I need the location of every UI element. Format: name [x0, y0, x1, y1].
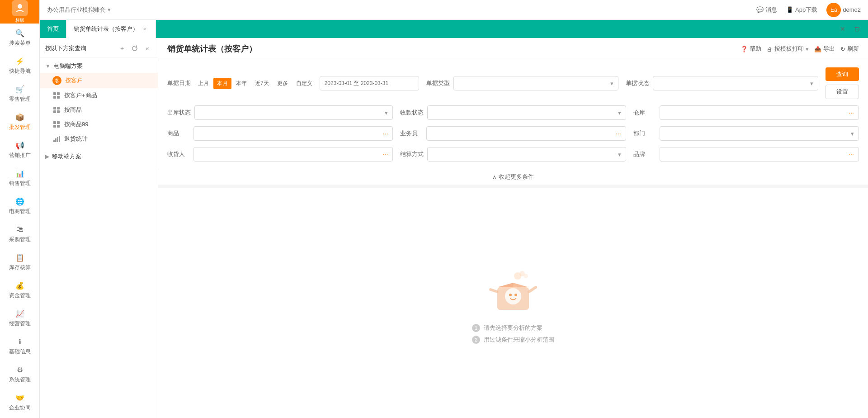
- avatar: Ea: [826, 3, 841, 17]
- refresh-scheme-btn[interactable]: [130, 43, 140, 53]
- company-dropdown[interactable]: 办公用品行业模拟账套 ▾: [47, 6, 111, 14]
- bill-type-select[interactable]: ▾: [453, 76, 619, 90]
- sidebar-item-ecommerce[interactable]: 🌐 电商管理: [0, 192, 39, 220]
- top-header: 办公用品行业模拟账套 ▾ 💬 消息 📱 App下载 Ea demo2: [40, 0, 868, 20]
- receipt-status-select[interactable]: ▾: [427, 105, 626, 120]
- print-chevron-icon: ▾: [806, 46, 809, 52]
- tab-close-all-btn[interactable]: ✕: [837, 24, 848, 34]
- download-icon: 📱: [786, 6, 793, 13]
- sidebar-item-inventory[interactable]: 📋 库存核算: [0, 248, 39, 276]
- date-tab-this-year[interactable]: 本年: [232, 78, 250, 89]
- dept-item: 部门 ▾: [633, 126, 859, 141]
- sidebar-item-sales[interactable]: 📊 销售管理: [0, 164, 39, 192]
- warehouse-input[interactable]: ···: [660, 105, 859, 120]
- sales-icon: 📊: [15, 168, 25, 178]
- bill-status-label: 单据状态: [626, 79, 649, 87]
- bill-status-item: 单据状态 ▾: [626, 76, 818, 90]
- tab-sales-stat[interactable]: 销货单统计表（按客户） ×: [66, 20, 156, 38]
- date-range-input[interactable]: 2023-03-01 至 2023-03-31: [320, 76, 419, 90]
- scheme-icon-4: [52, 135, 61, 143]
- mobile-scheme-group: ▶ 移动端方案: [40, 148, 158, 165]
- dept-select[interactable]: ▾: [660, 126, 859, 141]
- bill-type-item: 单据类型 ▾: [426, 76, 619, 90]
- dept-label: 部门: [633, 129, 656, 138]
- tab-restore-btn[interactable]: ⊡: [852, 24, 863, 34]
- help-btn[interactable]: ❓ 帮助: [741, 45, 761, 53]
- collapse-arrow-icon: ∧: [492, 174, 497, 180]
- svg-rect-8: [57, 110, 60, 113]
- sidebar-item-basic[interactable]: ℹ 基础信息: [0, 332, 39, 360]
- sidebar-item-marketing[interactable]: 📢 营销推广: [0, 136, 39, 164]
- tab-home[interactable]: 首页: [40, 20, 66, 38]
- date-tab-custom[interactable]: 自定义: [292, 78, 316, 89]
- app-download-btn[interactable]: 📱 App下载: [786, 6, 817, 14]
- filter-row-1: 单据日期 上月 本月 本年 近7天: [167, 67, 859, 99]
- app-subtitle: 标版: [15, 17, 24, 24]
- collapse-panel-btn[interactable]: «: [142, 43, 152, 53]
- chevron-down-icon-6: ▾: [618, 151, 621, 158]
- salesperson-input[interactable]: ···: [426, 126, 626, 141]
- ecommerce-icon: 🌐: [15, 196, 25, 206]
- date-tab-last7[interactable]: 近7天: [251, 78, 273, 89]
- left-panel-header: 按以下方案查询 + «: [40, 38, 158, 57]
- sidebar-item-system[interactable]: ⚙ 系统管理: [0, 360, 39, 388]
- logo-icon: [12, 0, 28, 16]
- sidebar-item-purchase[interactable]: 🛍 采购管理: [0, 220, 39, 248]
- sidebar-item-quick-nav[interactable]: ⚡ 快捷导航: [0, 52, 39, 80]
- sidebar-item-wholesale[interactable]: 📦 批发管理: [0, 108, 39, 136]
- product-input[interactable]: ···: [193, 126, 393, 141]
- scheme-item-return-stat[interactable]: 退货统计: [40, 132, 158, 146]
- collapse-bar[interactable]: ∧ 收起更多条件: [158, 169, 868, 185]
- receiver-item: 收货人 ···: [167, 147, 393, 162]
- sidebar-item-operation[interactable]: 📈 经营管理: [0, 304, 39, 332]
- company-name: 办公用品行业模拟账套: [47, 6, 106, 14]
- query-button[interactable]: 查询: [826, 67, 859, 81]
- app-logo: 标版: [0, 0, 40, 24]
- warehouse-label: 仓库: [633, 109, 656, 117]
- sidebar-item-retail[interactable]: 🛒 零售管理: [0, 80, 39, 108]
- salesperson-item: 业务员 ···: [400, 126, 626, 141]
- scheme-item-by-product-99[interactable]: 按商品99: [40, 117, 158, 132]
- receiver-input[interactable]: ···: [193, 147, 393, 162]
- svg-rect-14: [55, 138, 57, 142]
- desktop-group-header[interactable]: ▼ 电脑端方案: [40, 59, 158, 73]
- sidebar-item-finance[interactable]: 💰 资金管理: [0, 276, 39, 304]
- sidebar-item-search[interactable]: 🔍 搜索菜单: [0, 24, 39, 52]
- message-btn[interactable]: 💬 消息: [756, 6, 777, 14]
- refresh-btn[interactable]: ↻ 刷新: [840, 45, 859, 53]
- out-status-select[interactable]: ▾: [194, 105, 393, 120]
- scheme-item-by-customer-product[interactable]: 按客户+商品: [40, 88, 158, 103]
- empty-icon: [486, 262, 540, 317]
- settings-button[interactable]: 设置: [826, 85, 859, 99]
- sidebar-item-guide[interactable]: 🧭 新手引导: [0, 416, 39, 418]
- svg-point-18: [505, 288, 521, 304]
- brand-input[interactable]: ···: [660, 147, 859, 162]
- sidebar-item-collab[interactable]: 🤝 企业协同: [0, 388, 39, 416]
- date-tab-this-month[interactable]: 本月: [213, 78, 231, 89]
- refresh-icon: ↻: [840, 46, 845, 52]
- filter-area: 单据日期 上月 本月 本年 近7天: [158, 60, 868, 169]
- svg-rect-1: [53, 92, 56, 95]
- date-tab-more[interactable]: 更多: [274, 78, 292, 89]
- tab-close-btn[interactable]: ×: [141, 25, 148, 33]
- user-menu[interactable]: Ea demo2: [826, 3, 861, 17]
- scheme-icon-2: [52, 106, 61, 114]
- svg-point-23: [524, 274, 528, 278]
- active-dot: 客: [52, 76, 61, 85]
- scheme-item-by-product[interactable]: 按商品: [40, 103, 158, 117]
- ellipsis-icon-2: ···: [383, 130, 388, 137]
- scheme-item-by-customer[interactable]: 客 按客户: [40, 73, 158, 88]
- date-tab-last-month[interactable]: 上月: [194, 78, 212, 89]
- print-btn[interactable]: 🖨 按模板打印 ▾: [767, 45, 809, 53]
- export-btn[interactable]: 📤 导出: [814, 45, 835, 53]
- settle-select[interactable]: ▾: [427, 147, 626, 162]
- svg-rect-4: [57, 96, 60, 99]
- settle-label: 结算方式: [400, 150, 424, 158]
- add-scheme-btn[interactable]: +: [117, 43, 127, 53]
- basic-icon: ℹ: [15, 337, 25, 347]
- mobile-group-header[interactable]: ▶ 移动端方案: [40, 150, 158, 163]
- bill-status-select[interactable]: ▾: [653, 76, 818, 90]
- settle-item: 结算方式 ▾: [400, 147, 626, 162]
- filter-row-2: 出库状态 ▾ 收款状态 ▾ 仓库: [167, 105, 859, 120]
- inventory-icon: 📋: [15, 252, 25, 262]
